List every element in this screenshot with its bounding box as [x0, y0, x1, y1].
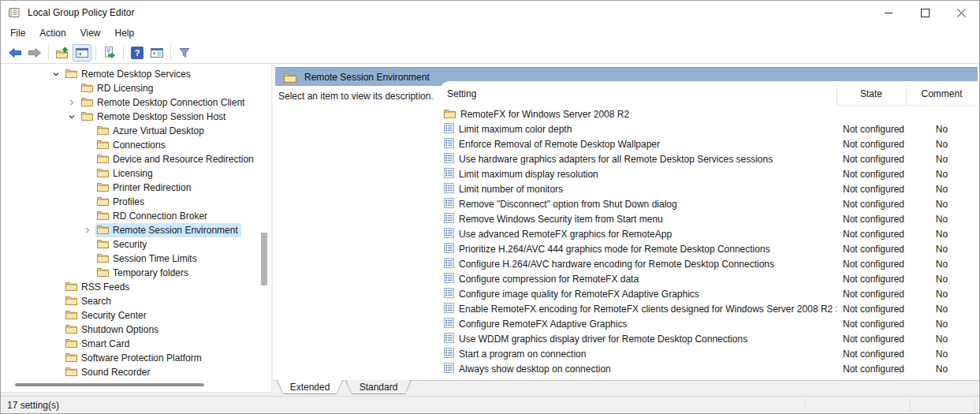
- policy-name: Limit number of monitors: [459, 184, 563, 195]
- tree-item-label: Session Time Limits: [113, 253, 197, 264]
- policy-row[interactable]: Configure image quality for RemoteFX Ada…: [439, 286, 978, 301]
- policy-name: Enable RemoteFX encoding for RemoteFX cl…: [459, 304, 837, 315]
- policy-state: Not configured: [837, 364, 906, 375]
- show-console-tree-icon: [76, 47, 88, 58]
- show-console-tree-toggle[interactable]: [73, 44, 91, 62]
- tree-item[interactable]: Shutdown Options: [1, 323, 271, 337]
- tab-extended[interactable]: Extended: [277, 380, 343, 394]
- local-group-policy-editor-window: Local Group Policy Editor FileActionView…: [0, 0, 980, 414]
- tree-item[interactable]: Search: [1, 294, 271, 308]
- filter-button[interactable]: [175, 44, 194, 62]
- minimize-icon: [885, 9, 893, 17]
- tab-standard[interactable]: Standard: [345, 380, 412, 394]
- show-window-button[interactable]: [147, 44, 166, 62]
- policy-row[interactable]: Limit number of monitors Not configured …: [439, 181, 978, 196]
- policy-state: Not configured: [837, 334, 906, 345]
- tree-item[interactable]: Smart Card: [1, 337, 271, 351]
- tree-item[interactable]: Security: [1, 237, 271, 252]
- tree-item[interactable]: Device and Resource Redirection: [1, 152, 271, 166]
- tree-item-label: Printer Redirection: [113, 182, 191, 193]
- tree-item[interactable]: RD Connection Broker: [1, 209, 271, 223]
- menu-help[interactable]: Help: [108, 25, 142, 41]
- tree-item[interactable]: Remote Desktop Services: [1, 67, 271, 81]
- policy-name: Configure RemoteFX Adaptive Graphics: [459, 319, 627, 330]
- tree-horizontal-scrollbar[interactable]: [15, 383, 204, 386]
- policy-row[interactable]: Use advanced RemoteFX graphics for Remot…: [439, 226, 978, 241]
- tree-item[interactable]: Session Time Limits: [1, 252, 271, 266]
- policy-row[interactable]: Configure compression for RemoteFX data …: [439, 271, 978, 286]
- policy-state: Not configured: [837, 139, 906, 150]
- policy-row[interactable]: Enable RemoteFX encoding for RemoteFX cl…: [439, 301, 978, 316]
- chevron-icon[interactable]: [64, 99, 80, 106]
- tree-item-label: Security: [113, 239, 147, 250]
- policy-row[interactable]: Use hardware graphics adapters for all R…: [439, 151, 978, 166]
- tree-item[interactable]: Profiles: [1, 195, 271, 209]
- menu-file[interactable]: File: [3, 25, 32, 41]
- policy-state: Not configured: [837, 319, 906, 330]
- help-button[interactable]: ?: [128, 44, 147, 62]
- policy-row[interactable]: Limit maximum color depth Not configured…: [439, 121, 978, 136]
- tree-item[interactable]: RSS Feeds: [1, 280, 271, 294]
- policy-row[interactable]: Limit maximum display resolution Not con…: [439, 166, 978, 181]
- policy-name: Prioritize H.264/AVC 444 graphics mode f…: [459, 244, 770, 255]
- help-icon: ?: [131, 47, 143, 59]
- tree-item[interactable]: RD Licensing: [1, 81, 271, 95]
- tree-item[interactable]: Temporary folders: [1, 266, 271, 280]
- chevron-icon[interactable]: [80, 226, 95, 234]
- tree-item[interactable]: Software Protection Platform: [1, 351, 271, 365]
- tree-item[interactable]: Remote Desktop Session Host: [1, 110, 271, 124]
- policy-row[interactable]: Always show desktop on connection Not co…: [439, 361, 978, 376]
- chevron-icon[interactable]: [64, 113, 80, 121]
- policy-row[interactable]: Prioritize H.264/AVC 444 graphics mode f…: [439, 241, 978, 256]
- minimize-button[interactable]: [870, 1, 907, 24]
- window-title: Local Group Policy Editor: [28, 7, 134, 18]
- tree-item[interactable]: Remote Desktop Connection Client: [1, 95, 271, 110]
- policy-row[interactable]: Remove "Disconnect" option from Shut Dow…: [439, 196, 978, 211]
- policy-row[interactable]: Use WDDM graphics display driver for Rem…: [439, 331, 978, 346]
- column-header-state[interactable]: State: [837, 88, 906, 99]
- policy-name: Remove "Disconnect" option from Shut Dow…: [459, 199, 677, 210]
- back-button[interactable]: [6, 44, 24, 62]
- policy-row[interactable]: Configure RemoteFX Adaptive Graphics Not…: [439, 316, 978, 331]
- policy-row[interactable]: Start a program on connection Not config…: [439, 346, 978, 361]
- tree-item[interactable]: Sound Recorder: [1, 365, 271, 379]
- forward-button[interactable]: [25, 44, 44, 62]
- export-list-button[interactable]: [100, 44, 119, 62]
- policy-setting-icon: [444, 123, 454, 133]
- policy-setting-icon: [444, 318, 454, 328]
- toolbar-separator: [123, 46, 124, 60]
- menu-action[interactable]: Action: [32, 25, 73, 41]
- close-button[interactable]: [943, 1, 979, 24]
- menu-view[interactable]: View: [73, 25, 108, 41]
- tree-item[interactable]: Printer Redirection: [1, 181, 271, 195]
- tree-item-label: Profiles: [113, 196, 144, 207]
- policy-state: Not configured: [837, 304, 906, 315]
- policy-setting-icon: [444, 168, 454, 178]
- policy-row[interactable]: Enforce Removal of Remote Desktop Wallpa…: [439, 136, 978, 151]
- status-text: 17 setting(s): [7, 400, 59, 411]
- tree-item-label: Smart Card: [81, 338, 129, 349]
- policy-row[interactable]: Remove Windows Security item from Start …: [439, 211, 978, 226]
- tree-item-label: RD Connection Broker: [113, 211, 207, 222]
- tree-item[interactable]: Connections: [1, 138, 271, 152]
- tree-item[interactable]: Remote Session Environment: [1, 223, 271, 237]
- tree-vertical-scrollbar[interactable]: [261, 233, 267, 285]
- tree-item[interactable]: Security Center: [1, 308, 271, 323]
- folder-icon: [65, 68, 77, 78]
- policy-setting-icon: [444, 153, 454, 163]
- maximize-button[interactable]: [907, 1, 943, 24]
- policy-state: Not configured: [837, 124, 906, 135]
- column-header-comment[interactable]: Comment: [906, 88, 978, 99]
- app-scroll-icon: [8, 6, 21, 19]
- up-one-level-button[interactable]: [53, 44, 72, 62]
- tree-item[interactable]: Azure Virtual Desktop: [1, 124, 271, 138]
- folder-icon: [97, 139, 109, 149]
- chevron-icon[interactable]: [48, 70, 64, 78]
- tree-item[interactable]: Licensing: [1, 166, 271, 181]
- folder-icon: [97, 181, 109, 192]
- policy-row[interactable]: Configure H.264/AVC hardware encoding fo…: [439, 256, 978, 271]
- policy-row[interactable]: RemoteFX for Windows Server 2008 R2: [439, 106, 978, 121]
- column-header-setting[interactable]: Setting: [447, 88, 476, 99]
- toolbar-separator: [95, 46, 96, 60]
- folder-icon: [65, 366, 77, 376]
